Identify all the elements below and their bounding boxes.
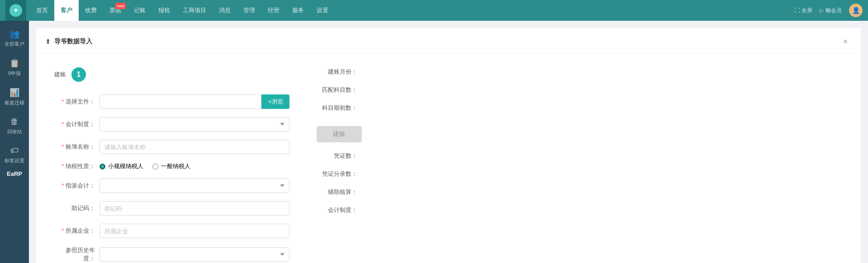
tax-type-radio-group: 小规模纳税人 一般纳税人 (100, 162, 289, 170)
form-left: 建账 1 选择文件： +浏览 会计制度： (54, 67, 289, 263)
declaration-icon: 📋 (9, 58, 19, 68)
right-accounting-system-value (362, 206, 843, 215)
sidebar-item-recycle[interactable]: 🗑 回收站 (0, 113, 29, 140)
panel-header: ⬆ 导爷数据导入 × (36, 28, 861, 54)
company-row: 所属企业： (54, 224, 289, 238)
build-account-button: 建账 (317, 126, 362, 142)
nav-items: 首页客户收费票据new记账报税工商项目消息管理经营服务设置 (30, 0, 794, 21)
tax-type-row: 纳税性质： 小规模纳税人 一般纳税人 (54, 162, 289, 170)
file-input-group: +浏览 (100, 94, 289, 109)
nav-item-票据[interactable]: 票据new (103, 0, 128, 21)
tax-type-label: 纳税性质： (54, 162, 100, 170)
sidebar-item-migration[interactable]: 📊 账套迁移 (0, 83, 29, 111)
page-panel: ⬆ 导爷数据导入 × 建账 1 选择文件： (36, 28, 861, 263)
ledger-name-row: 账簿名称： (54, 140, 289, 154)
sidebar-label-migration: 账套迁移 (5, 99, 24, 106)
accounting-system-row: 会计制度： (54, 117, 289, 132)
accounting-system-select[interactable] (100, 117, 289, 132)
sidebar-item-tags[interactable]: 🏷 标签设置 (0, 141, 29, 169)
voucher-entries-value (362, 169, 843, 178)
close-button[interactable]: × (839, 35, 852, 48)
step-label: 建账 (54, 70, 66, 79)
ledger-name-input[interactable] (100, 140, 289, 154)
build-month-row: 建账月份： (317, 67, 843, 76)
company-input[interactable] (100, 224, 289, 238)
history-year-label: 参照历史年度： (54, 246, 100, 263)
tags-icon: 🏷 (10, 146, 19, 155)
file-label: 选择文件： (54, 98, 100, 106)
member-btn[interactable]: ▷ 畅会员 (820, 7, 842, 14)
accounting-system-label: 会计制度： (54, 120, 100, 128)
nav-item-管理[interactable]: 管理 (237, 0, 261, 21)
history-year-select[interactable] (100, 247, 289, 262)
build-month-value (362, 67, 843, 76)
tax-general-radio[interactable] (152, 164, 158, 169)
all-clients-icon: 👥 (9, 29, 19, 39)
nav-item-工商项目[interactable]: 工商项目 (176, 0, 213, 21)
new-badge: new (115, 3, 126, 9)
nav-item-服务[interactable]: 服务 (286, 0, 310, 21)
voucher-entries-row: 凭证分录数： (317, 169, 843, 178)
build-month-label: 建账月份： (317, 68, 362, 76)
aux-accounting-value (362, 188, 843, 197)
period-initial-row: 科目期初数： (317, 103, 843, 113)
accountant-label: 指派会计： (54, 182, 100, 190)
migration-icon: 📊 (9, 88, 19, 98)
step-header: 建账 1 (54, 67, 289, 82)
aux-accounting-row: 辅助核算： (317, 188, 843, 197)
nav-item-客户[interactable]: 客户 (54, 0, 79, 21)
file-row: 选择文件： +浏览 (54, 94, 289, 109)
accountant-select[interactable] (100, 178, 289, 193)
tax-small-scale-label: 小规模纳税人 (108, 162, 143, 170)
top-nav: ✦ 首页客户收费票据new记账报税工商项目消息管理经营服务设置 ⛶ 全屏 ▷ 畅… (0, 0, 868, 21)
panel-title-text: 导爷数据导入 (54, 38, 92, 46)
right-accounting-system-row: 会计制度： (317, 206, 843, 215)
layout: 👥 全部客户 📋 0申报 📊 账套迁移 🗑 回收站 🏷 标签设置 EaRP ⬆ (0, 21, 868, 263)
history-year-row: 参照历史年度： (54, 246, 289, 263)
tax-small-scale-radio[interactable] (100, 164, 105, 169)
memo-input[interactable] (100, 201, 289, 216)
earp-watermark: EaRP (0, 170, 29, 177)
step-circle: 1 (71, 67, 86, 82)
nav-item-收费[interactable]: 收费 (79, 0, 103, 21)
sidebar-item-declaration[interactable]: 📋 0申报 (0, 54, 29, 81)
aux-accounting-label: 辅助核算： (317, 188, 362, 196)
recycle-icon: 🗑 (10, 117, 19, 127)
fullscreen-icon: ⛶ (794, 7, 800, 14)
match-subjects-value (362, 85, 843, 94)
tax-general-label: 一般纳税人 (161, 162, 190, 170)
voucher-count-value (362, 151, 843, 160)
memo-row: 助记码： (54, 201, 289, 216)
fullscreen-btn[interactable]: ⛶ 全屏 (794, 7, 812, 14)
sidebar-label-recycle: 回收站 (7, 128, 22, 135)
company-label: 所属企业： (54, 227, 100, 235)
match-subjects-row: 匹配科目数： (317, 85, 843, 94)
browse-button[interactable]: +浏览 (261, 94, 289, 109)
sidebar-item-all-clients[interactable]: 👥 全部客户 (0, 24, 29, 52)
nav-item-经营[interactable]: 经营 (261, 0, 286, 21)
tax-general[interactable]: 一般纳税人 (152, 162, 190, 170)
voucher-count-row: 凭证数： (317, 151, 843, 160)
fullscreen-label: 全屏 (802, 7, 812, 14)
nav-right: ⛶ 全屏 ▷ 畅会员 👤 (794, 4, 863, 17)
form-container: 建账 1 选择文件： +浏览 会计制度： (36, 54, 861, 263)
tax-small-scale[interactable]: 小规模纳税人 (100, 162, 143, 170)
right-accounting-system-label: 会计制度： (317, 206, 362, 214)
avatar[interactable]: 👤 (849, 4, 863, 17)
logo[interactable]: ✦ (5, 0, 26, 21)
nav-item-消息[interactable]: 消息 (213, 0, 237, 21)
nav-item-设置[interactable]: 设置 (310, 0, 335, 21)
sidebar-label-declaration: 0申报 (8, 70, 21, 77)
logo-icon: ✦ (9, 4, 22, 17)
form-right: 建账月份： 匹配科目数： 科目期初数： 建账 (317, 67, 843, 263)
memo-label: 助记码： (54, 204, 100, 212)
nav-item-报税[interactable]: 报税 (152, 0, 176, 21)
period-initial-value (362, 103, 843, 113)
nav-item-记账[interactable]: 记账 (128, 0, 152, 21)
panel-title: ⬆ 导爷数据导入 (45, 38, 92, 46)
sidebar-label-all-clients: 全部客户 (5, 41, 24, 47)
upload-icon: ⬆ (45, 38, 51, 45)
member-label: 畅会员 (825, 7, 842, 14)
nav-item-首页[interactable]: 首页 (30, 0, 54, 21)
file-input[interactable] (100, 94, 261, 109)
